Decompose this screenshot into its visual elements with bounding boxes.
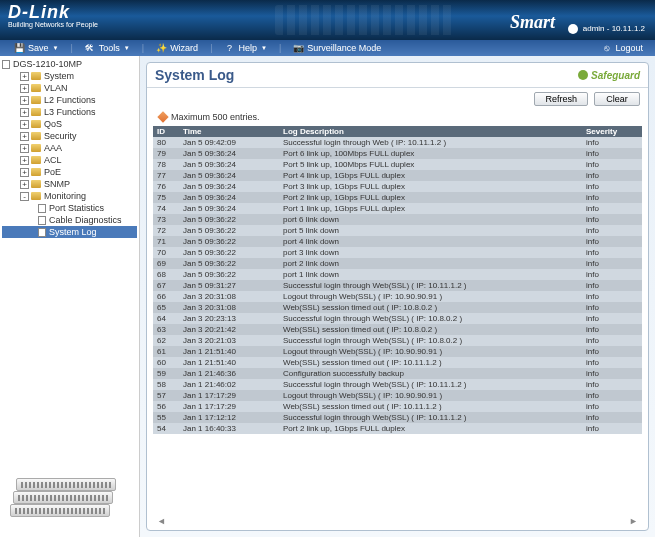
table-row[interactable]: 63Jan 3 20:21:42Web(SSL) session timed o… xyxy=(153,324,642,335)
tree-toggle-icon[interactable]: + xyxy=(20,168,29,177)
cell-time: Jan 5 09:36:22 xyxy=(179,225,279,236)
table-row[interactable]: 64Jan 3 20:23:13Successful login through… xyxy=(153,313,642,324)
table-row[interactable]: 65Jan 3 20:31:08Web(SSL) session timed o… xyxy=(153,302,642,313)
menu-save[interactable]: 💾 Save ▼ xyxy=(4,43,68,53)
tree-item-label: Port Statistics xyxy=(49,203,104,213)
tree-item-snmp[interactable]: +SNMP xyxy=(2,178,137,190)
tree-item-security[interactable]: +Security xyxy=(2,130,137,142)
table-row[interactable]: 66Jan 3 20:31:08Logout through Web(SSL) … xyxy=(153,291,642,302)
chevron-down-icon: ▼ xyxy=(53,45,59,51)
tree-item-cable-diagnostics[interactable]: Cable Diagnostics xyxy=(2,214,137,226)
cell-id: 67 xyxy=(153,280,179,291)
table-row[interactable]: 75Jan 5 09:36:24Port 2 link up, 1Gbps FU… xyxy=(153,192,642,203)
tree-toggle-icon[interactable]: + xyxy=(20,144,29,153)
cell-desc: port 6 link down xyxy=(279,214,582,225)
cell-time: Jan 5 09:36:24 xyxy=(179,159,279,170)
clear-button[interactable]: Clear xyxy=(594,92,640,106)
tree-device[interactable]: DGS-1210-10MP xyxy=(2,58,137,70)
table-row[interactable]: 80Jan 5 09:42:09Successful login through… xyxy=(153,137,642,148)
cell-time: Jan 5 09:31:27 xyxy=(179,280,279,291)
table-row[interactable]: 79Jan 5 09:36:24Port 6 link up, 100Mbps … xyxy=(153,148,642,159)
tree-item-aaa[interactable]: +AAA xyxy=(2,142,137,154)
tree-item-poe[interactable]: +PoE xyxy=(2,166,137,178)
tree-item-label: Monitoring xyxy=(44,191,86,201)
table-row[interactable]: 71Jan 5 09:36:22port 4 link downinfo xyxy=(153,236,642,247)
log-table-wrap[interactable]: ID Time Log Description Severity 80Jan 5… xyxy=(153,126,642,510)
menubar: 💾 Save ▼ | 🛠 Tools ▼ | ✨ Wizard | ? Help… xyxy=(0,40,655,56)
table-row[interactable]: 70Jan 5 09:36:22port 3 link downinfo xyxy=(153,247,642,258)
menu-tools-label: Tools xyxy=(99,43,120,53)
cell-sev: info xyxy=(582,313,642,324)
table-row[interactable]: 76Jan 5 09:36:24Port 3 link up, 1Gbps FU… xyxy=(153,181,642,192)
tree-toggle-icon[interactable]: + xyxy=(20,84,29,93)
menu-surveillance-label: Surveillance Mode xyxy=(307,43,381,53)
table-row[interactable]: 56Jan 1 17:17:29Web(SSL) session timed o… xyxy=(153,401,642,412)
tree-toggle-icon[interactable]: + xyxy=(20,132,29,141)
table-row[interactable]: 73Jan 5 09:36:22port 6 link downinfo xyxy=(153,214,642,225)
tree-item-acl[interactable]: +ACL xyxy=(2,154,137,166)
table-row[interactable]: 59Jan 1 21:46:36Configuration successful… xyxy=(153,368,642,379)
cell-desc: Successful login through Web(SSL) ( IP: … xyxy=(279,313,582,324)
tree-toggle-icon[interactable]: + xyxy=(20,120,29,129)
table-row[interactable]: 68Jan 5 09:36:22port 1 link downinfo xyxy=(153,269,642,280)
table-row[interactable]: 62Jan 3 20:21:03Successful login through… xyxy=(153,335,642,346)
cell-sev: info xyxy=(582,401,642,412)
tree-item-system-log[interactable]: System Log xyxy=(2,226,137,238)
tree-item-vlan[interactable]: +VLAN xyxy=(2,82,137,94)
refresh-button[interactable]: Refresh xyxy=(534,92,588,106)
tree-item-port-statistics[interactable]: Port Statistics xyxy=(2,202,137,214)
cell-id: 56 xyxy=(153,401,179,412)
table-row[interactable]: 58Jan 1 21:46:02Successful login through… xyxy=(153,379,642,390)
cell-id: 64 xyxy=(153,313,179,324)
cell-sev: info xyxy=(582,159,642,170)
tree-toggle-icon[interactable]: - xyxy=(20,192,29,201)
table-row[interactable]: 60Jan 1 21:51:40Web(SSL) session timed o… xyxy=(153,357,642,368)
tree-toggle-icon[interactable]: + xyxy=(20,96,29,105)
tree-toggle-icon[interactable]: + xyxy=(20,108,29,117)
cell-time: Jan 3 20:21:42 xyxy=(179,324,279,335)
cell-sev: info xyxy=(582,291,642,302)
table-row[interactable]: 61Jan 1 21:51:40Logout through Web(SSL) … xyxy=(153,346,642,357)
tree-item-monitoring[interactable]: -Monitoring xyxy=(2,190,137,202)
device-image xyxy=(10,467,129,517)
document-icon xyxy=(38,228,46,237)
table-row[interactable]: 77Jan 5 09:36:24Port 4 link up, 1Gbps FU… xyxy=(153,170,642,181)
folder-icon xyxy=(31,108,41,116)
tree-item-l3-functions[interactable]: +L3 Functions xyxy=(2,106,137,118)
menu-surveillance[interactable]: 📷 Surveillance Mode xyxy=(283,43,391,53)
cell-desc: Port 1 link up, 1Gbps FULL duplex xyxy=(279,203,582,214)
scroll-left-icon[interactable]: ◄ xyxy=(157,516,166,526)
table-row[interactable]: 57Jan 1 17:17:29Logout through Web(SSL) … xyxy=(153,390,642,401)
cell-id: 66 xyxy=(153,291,179,302)
cell-desc: Successful login through Web(SSL) ( IP: … xyxy=(279,379,582,390)
tree-item-label: System Log xyxy=(49,227,97,237)
table-row[interactable]: 74Jan 5 09:36:24Port 1 link up, 1Gbps FU… xyxy=(153,203,642,214)
table-row[interactable]: 54Jan 1 16:40:33Port 2 link up, 1Gbps FU… xyxy=(153,423,642,434)
table-row[interactable]: 69Jan 5 09:36:22port 2 link downinfo xyxy=(153,258,642,269)
table-row[interactable]: 67Jan 5 09:31:27Successful login through… xyxy=(153,280,642,291)
cell-desc: Web(SSL) session timed out ( IP: 10.8.0.… xyxy=(279,302,582,313)
logout-button[interactable]: ⎋ Logout xyxy=(601,43,651,53)
tree-item-qos[interactable]: +QoS xyxy=(2,118,137,130)
tree-item-system[interactable]: +System xyxy=(2,70,137,82)
cell-sev: info xyxy=(582,225,642,236)
cell-desc: port 5 link down xyxy=(279,225,582,236)
tree-toggle-icon[interactable]: + xyxy=(20,156,29,165)
menu-help[interactable]: ? Help ▼ xyxy=(214,43,276,53)
folder-icon xyxy=(31,180,41,188)
tree-toggle-icon[interactable]: + xyxy=(20,180,29,189)
cell-sev: info xyxy=(582,214,642,225)
save-icon: 💾 xyxy=(14,43,24,53)
scroll-right-icon[interactable]: ► xyxy=(629,516,638,526)
table-row[interactable]: 55Jan 1 17:12:12Successful login through… xyxy=(153,412,642,423)
cell-id: 55 xyxy=(153,412,179,423)
tree-item-l2-functions[interactable]: +L2 Functions xyxy=(2,94,137,106)
cell-desc: Port 6 link up, 100Mbps FULL duplex xyxy=(279,148,582,159)
tree-toggle-icon[interactable]: + xyxy=(20,72,29,81)
table-row[interactable]: 72Jan 5 09:36:22port 5 link downinfo xyxy=(153,225,642,236)
cell-id: 57 xyxy=(153,390,179,401)
menu-wizard[interactable]: ✨ Wizard xyxy=(146,43,208,53)
cell-id: 54 xyxy=(153,423,179,434)
menu-tools[interactable]: 🛠 Tools ▼ xyxy=(75,43,140,53)
table-row[interactable]: 78Jan 5 09:36:24Port 5 link up, 100Mbps … xyxy=(153,159,642,170)
